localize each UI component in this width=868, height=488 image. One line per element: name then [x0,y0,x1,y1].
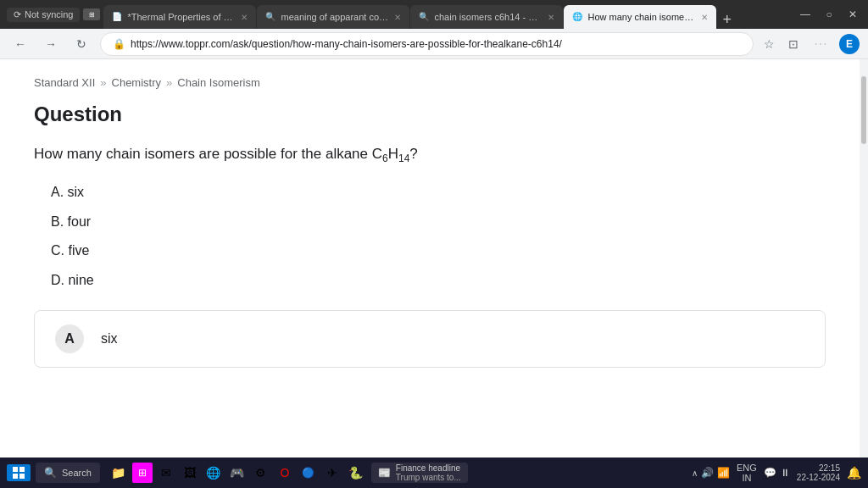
question-title: Question [34,103,826,126]
tab-close-4[interactable]: ✕ [701,13,708,22]
svg-rect-0 [13,467,18,472]
new-tab-button[interactable]: + [717,11,737,29]
reload-button[interactable]: ↻ [70,32,93,56]
question-text-suffix: ? [409,146,417,162]
taskbar-search-label: Search [62,468,92,478]
notification-button[interactable]: 🔔 [847,466,861,480]
clock-time: 22:15 [819,463,840,473]
breadcrumb-chain-isomerism[interactable]: Chain Isomerism [177,76,260,89]
more-options-button[interactable]: ⋯ [809,34,832,53]
window-controls: — ○ ✕ [797,8,861,20]
option-a: A. six [51,183,826,202]
option-b-text: four [68,214,92,229]
tab-thermal[interactable]: 📄 *Thermal Properties of Matter_h ✕ [103,5,256,29]
language-label: ENG [737,463,757,473]
taskbar: 🔍 Search 📁 ⊞ ✉ 🖼 🌐 🎮 ⚙ O 🔵 ✈ 🐍 📰 Finance… [0,458,868,488]
start-button[interactable] [7,464,31,481]
scrollbar[interactable] [860,59,868,458]
options-list: A. six B. four C. five D. nine [51,183,826,290]
language-region: ENG IN [737,463,757,483]
option-c-text: five [68,243,89,258]
taskbar-icon-photos[interactable]: 🖼 [180,463,200,483]
tab-chain-isomers[interactable]: 🌐 How many chain isomers are po... ✕ [564,5,716,29]
taskbar-icon-mail[interactable]: ✉ [156,463,176,483]
clock-date: 22-12-2024 [797,473,840,482]
sync-indicator[interactable]: ⟳ Not syncing [7,8,80,22]
breadcrumb-sep-2: » [166,76,172,89]
taskbar-news[interactable]: 📰 Finance headline Trump wants to... [371,463,468,483]
close-button[interactable]: ✕ [844,8,861,20]
taskbar-icon-game[interactable]: 🎮 [227,463,248,483]
browser-frame: ⟳ Not syncing ⊞ 📄 *Thermal Properties of… [0,0,868,488]
tab-chain-search[interactable]: 🔍 chain isomers c6h14 - Search ✕ [410,5,563,29]
taskbar-icon-store[interactable]: ⊞ [132,463,153,483]
option-c-label: C. [51,243,68,258]
news-label: Finance headline [396,463,461,473]
taskbar-right: ∧ 🔊 📶 ENG IN 💬 ⏸ 22:15 22-12-2024 🔔 [692,463,861,483]
taskbar-icon-settings[interactable]: ⚙ [251,463,271,483]
svg-rect-3 [19,474,25,479]
answer-box: A six [34,310,826,368]
option-b: B. four [51,213,826,231]
tab-favicon-4: 🌐 [572,12,582,22]
tray-speaker[interactable]: 🔊 [701,467,714,479]
system-tray: ∧ 🔊 📶 [692,467,730,479]
tray-extra: 💬 ⏸ [764,467,790,479]
taskbar-icon-browser[interactable]: 🌐 [203,463,224,483]
clock-area[interactable]: 22:15 22-12-2024 [797,463,840,482]
tab-close-3[interactable]: ✕ [548,13,554,22]
search-icon: 🔍 [44,467,57,479]
question-subscript-6: 6 [382,152,388,164]
bookmark-button[interactable]: ☆ [760,34,778,54]
tab-label-2: meaning of apparant cofficient o [281,12,389,22]
tab-meaning[interactable]: 🔍 meaning of apparant cofficient o ✕ [257,5,409,29]
back-button[interactable]: ← [8,32,32,56]
taskbar-icon-opera[interactable]: O [275,463,295,483]
breadcrumb-chemistry[interactable]: Chemistry [112,76,162,89]
taskbar-search[interactable]: 🔍 Search [36,463,100,483]
svg-rect-2 [13,474,18,479]
tray-up-arrow[interactable]: ∧ [692,469,698,478]
tray-network[interactable]: 📶 [717,467,730,479]
region-label: IN [742,473,751,483]
option-a-label: A. [51,185,68,199]
tab-search-button[interactable]: ⊡ [785,34,802,54]
taskbar-icon-files[interactable]: 📁 [108,463,129,483]
tab-label-3: chain isomers c6h14 - Search [434,12,542,22]
taskbar-icon-chrome[interactable]: 🔵 [298,463,319,483]
tab-label-1: *Thermal Properties of Matter_h [127,12,236,22]
option-d-text: nine [68,273,93,287]
question-text-h: H [388,146,398,162]
maximize-button[interactable]: ○ [821,8,837,20]
option-b-label: B. [51,214,68,229]
page-content: Standard XII » Chemistry » Chain Isomeri… [0,59,868,458]
tabs-container: 📄 *Thermal Properties of Matter_h ✕ 🔍 me… [103,0,787,29]
minimize-button[interactable]: — [797,8,814,20]
option-c: C. five [51,241,826,260]
question-text-prefix: How many chain isomers are possible for … [34,146,382,162]
option-d: D. nine [51,271,826,290]
forward-button[interactable]: → [39,32,63,56]
svg-rect-1 [19,467,25,472]
breadcrumb-standard[interactable]: Standard XII [34,76,95,89]
tray-icon-1[interactable]: 💬 [764,467,776,479]
profile-button[interactable]: E [839,34,860,54]
sync-icon: ⟳ [14,9,21,20]
tray-icon-2[interactable]: ⏸ [780,467,790,479]
tab-favicon-3: 🔍 [419,12,429,22]
answer-text: six [101,331,118,347]
question-subscript-14: 14 [398,152,409,164]
url-bar[interactable]: 🔒 https://www.toppr.com/ask/question/how… [100,32,754,56]
news-text: Trump wants to... [396,473,461,482]
answer-badge: A [55,324,84,353]
breadcrumb: Standard XII » Chemistry » Chain Isomeri… [34,76,826,89]
tab-close-1[interactable]: ✕ [241,13,248,22]
tab-close-2[interactable]: ✕ [394,13,401,22]
news-icon: 📰 [378,467,391,479]
option-d-label: D. [51,273,68,287]
taskbar-icon-python[interactable]: 🐍 [346,463,366,483]
scroll-thumb[interactable] [861,76,866,144]
option-a-text: six [68,185,85,199]
taskbar-icon-telegram[interactable]: ✈ [322,463,342,483]
url-text: https://www.toppr.com/ask/question/how-m… [131,38,562,50]
